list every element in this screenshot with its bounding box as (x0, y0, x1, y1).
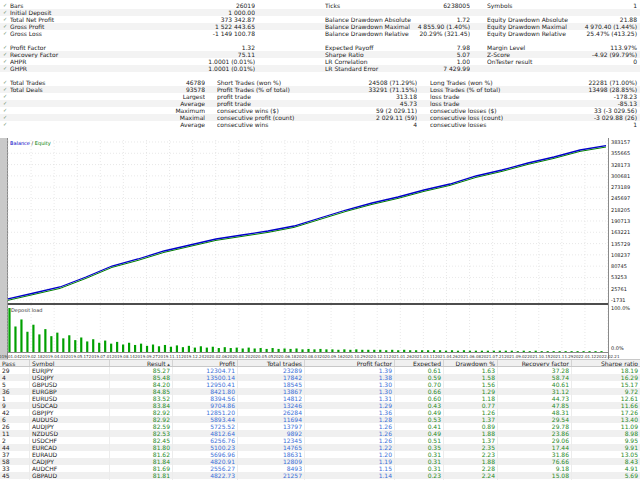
cell-profit: 4822.73 (173, 472, 238, 479)
cell-drawdown-: 1.29 (444, 388, 498, 395)
y-axis-tick-label: 300681 (611, 173, 630, 179)
x-axis-date-label: 2019.12.24 (181, 354, 204, 359)
result-row[interactable]: 4USDJPY85.4813500.14178421.380.591.5858.… (0, 374, 640, 381)
col-header-profit[interactable]: Profit (173, 360, 238, 366)
x-axis-date-label: 2021.01.26 (389, 354, 412, 359)
col-header-symbol[interactable]: Symbol (30, 360, 110, 366)
col-header-recovery-factor[interactable]: Recovery factor (498, 360, 572, 366)
stat-row: ✓GHPR1.0001 (0.01%)LR Standard Error7 42… (0, 65, 640, 72)
cell-drawdown-: 2.23 (444, 451, 498, 458)
deposit-load-bar (104, 341, 106, 352)
legend-balance-label: Balance (10, 140, 30, 146)
result-row[interactable]: 1EURUSD83.528394.56148121.310.601.1844.7… (0, 395, 640, 402)
cell-profit-factor: 1.20 (305, 451, 395, 458)
result-row[interactable]: 6AUDUSD82.925893.44116941.280.531.3729.5… (0, 416, 640, 423)
equity-curve-chart[interactable]: 3831573556653281733006812731892456972182… (0, 138, 640, 359)
x-axis-date-label: 2019.05.17 (66, 354, 89, 359)
deposit-load-bar (98, 343, 100, 352)
cell-recovery-factor: 31.12 (498, 388, 572, 395)
deposit-load-bar (517, 351, 519, 352)
stat-label: consecutive wins (217, 121, 337, 128)
deposit-load-bar (266, 349, 268, 352)
cell-total-trades: 13246 (238, 402, 305, 409)
result-row[interactable]: 26AUDJPY82.595725.52137971.260.410.8929.… (0, 423, 640, 430)
stat-value: 1 522 443.65 (150, 23, 255, 30)
stat-row: ✓Total Deals93578Profit Trades (% of tot… (0, 86, 640, 93)
deposit-load-bar (421, 350, 423, 352)
deposit-load-bar (331, 349, 333, 352)
deposit-load-bar (391, 350, 393, 352)
result-row[interactable]: 2USDCHF82.456256.76123451.260.511.3729.0… (0, 437, 640, 444)
deposit-load-bar (541, 351, 543, 352)
result-row[interactable]: 33AUDCHF81.692556.2784931.150.312.289.18… (0, 465, 640, 472)
cell-profit: 12950.41 (173, 381, 238, 388)
check-icon: ✓ (0, 23, 10, 30)
backtest-graph-panel[interactable]: 3831573556653281733006812731892456972182… (0, 138, 640, 359)
deposit-load-bar (272, 348, 274, 352)
result-row[interactable]: 5GBPUSD84.2012950.41185451.300.701.5640.… (0, 381, 640, 388)
cell-expected-payoff: 0.35 (395, 444, 444, 451)
deposit-load-bar (457, 351, 459, 352)
cell-recovery-factor: 9.18 (498, 465, 572, 472)
result-row[interactable]: 58CADJPY81.844820.91128091.190.311.8876.… (0, 458, 640, 465)
cell-profit: 13500.14 (173, 374, 238, 381)
col-header-profit-factor[interactable]: Profit factor (305, 360, 395, 366)
col-header-total-trades[interactable]: Total trades (238, 360, 305, 366)
result-row[interactable]: 9USDCAD83.849704.86132461.290.430.7747.8… (0, 402, 640, 409)
col-header-drawdown-[interactable]: Drawdown % (444, 360, 498, 366)
stat-value: 59 (2 029.11) (337, 107, 417, 114)
cell-symbol: EURJPY (30, 367, 110, 374)
deposit-load-bar (68, 335, 70, 352)
deposit-load-bar (325, 349, 327, 352)
x-axis-date-label: 2021.09.02 (504, 354, 527, 359)
cell-profit-factor: 1.28 (305, 416, 395, 423)
deposit-load-bar (505, 351, 507, 352)
stat-value: -3 029.88 (26) (550, 114, 640, 121)
stat-value: 25.47% (413.25) (582, 30, 640, 37)
cell-total-trades: 21257 (238, 472, 305, 479)
x-axis-date-label: 2021.03.11 (412, 354, 435, 359)
y-axis-tick-label: 80745 (611, 263, 627, 269)
deposit-load-bar (206, 348, 208, 352)
result-row[interactable]: 37EURAUD81.625696.96186311.200.312.2331.… (0, 451, 640, 458)
check-icon: ✓ (0, 16, 10, 23)
result-row[interactable]: 36EURGBP84.858421.80138671.300.661.2931.… (0, 388, 640, 395)
result-row[interactable]: 45GBPAUD81.814822.73212571.140.232.2415.… (0, 472, 640, 479)
x-axis-date-label: 2019.01.04 (0, 354, 20, 359)
cell-result: 82.53 (110, 430, 173, 437)
cell-expected-payoff: 0.49 (395, 409, 444, 416)
cell-drawdown-: 1.37 (444, 416, 498, 423)
y-axis-tick-label: 135729 (611, 241, 630, 247)
cell-pass: 6 (0, 416, 30, 423)
cell-total-trades: 12809 (238, 458, 305, 465)
stat-label: Sharpe Ratio (325, 51, 415, 58)
stat-label: Gross Loss (10, 30, 150, 37)
result-row[interactable]: 29EURJPY85.2712304.71232891.390.611.6337… (0, 367, 640, 374)
cell-recovery-factor: 47.85 (498, 402, 572, 409)
stat-value: 1 000.00 (150, 9, 255, 16)
check-icon: ✓ (0, 100, 10, 107)
stat-value: 46789 (100, 79, 205, 86)
deposit-load-bar (164, 345, 166, 352)
x-axis-date-label: 2020.05.05 (250, 354, 273, 359)
deposit-load-bar (577, 351, 579, 352)
y-axis-tick-label: 25761 (611, 286, 627, 292)
col-header-result[interactable]: Result ▲ (110, 360, 173, 366)
check-icon: ✓ (0, 121, 10, 128)
deposit-load-bar (38, 334, 40, 352)
optimization-results-table: PassSymbolResult ▲ProfitTotal tradesProf… (0, 359, 640, 480)
stat-value: 45.73 (337, 100, 417, 107)
stat-label: consecutive loss (count) (430, 114, 550, 121)
cell-recovery-factor: 37.28 (498, 367, 572, 374)
col-header-sharpe-ratio[interactable]: Sharpe ratio (572, 360, 640, 366)
stat-label: Long Trades (won %) (430, 79, 550, 86)
cell-sharpe-ratio: 18.19 (572, 367, 640, 374)
result-row[interactable]: 44EURCAD81.805100.23147651.220.352.3517.… (0, 444, 640, 451)
col-header-expected-payoff[interactable]: Expected payoff (395, 360, 444, 366)
result-row[interactable]: 11NZDUSD82.534812.6498921.260.491.8823.8… (0, 430, 640, 437)
cell-profit-factor: 1.26 (305, 430, 395, 437)
result-row[interactable]: 42GBPJPY82.9212851.20262841.360.491.2648… (0, 409, 640, 416)
cell-profit: 8394.56 (173, 395, 238, 402)
cell-profit: 6256.76 (173, 437, 238, 444)
col-header-pass[interactable]: Pass (0, 360, 30, 366)
